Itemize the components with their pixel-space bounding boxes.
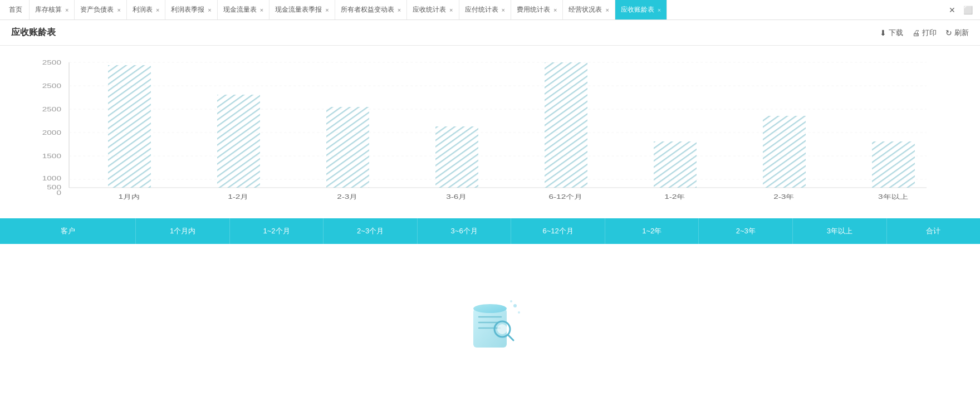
tab-window-controls: ✕ ⬜: [945, 3, 978, 17]
tab-label: 利润表季报: [171, 5, 204, 14]
tab-home[interactable]: 首页: [2, 0, 30, 20]
col-1-2month: 1~2个月: [230, 218, 324, 244]
svg-text:6-12个月: 6-12个月: [548, 193, 582, 200]
svg-text:1500: 1500: [42, 153, 61, 159]
svg-point-32: [497, 324, 507, 334]
tab-ap-stats[interactable]: 应付统计表 ×: [459, 0, 511, 20]
svg-text:2500: 2500: [42, 106, 61, 113]
svg-text:1000: 1000: [42, 175, 61, 182]
tab-label: 资产负债表: [80, 5, 114, 14]
tab-label: 经营状况表: [569, 5, 602, 14]
close-icon[interactable]: ×: [502, 7, 505, 13]
tab-label: 应收账龄表: [621, 5, 654, 14]
tab-operations[interactable]: 经营状况表 ×: [563, 0, 615, 20]
col-1month: 1个月内: [136, 218, 230, 244]
close-icon[interactable]: ×: [398, 7, 401, 13]
col-1-2year: 1~2年: [605, 218, 699, 244]
bar-3年以上: [872, 141, 915, 188]
download-button[interactable]: ⬇ 下载: [880, 28, 903, 38]
bar-3-6月: [435, 126, 478, 188]
close-icon[interactable]: ×: [260, 7, 263, 13]
svg-text:1-2年: 1-2年: [664, 193, 685, 200]
tab-label: 费用统计表: [517, 5, 550, 14]
col-3-6month: 3~6个月: [418, 218, 512, 244]
svg-text:0: 0: [56, 189, 61, 196]
svg-text:2500: 2500: [42, 59, 61, 66]
tab-cashflow[interactable]: 现金流量表 ×: [218, 0, 270, 20]
col-customer: 客户: [0, 218, 136, 244]
svg-text:3-6月: 3-6月: [446, 193, 467, 200]
page-header: 应收账龄表 ⬇ 下载 🖨 打印 ↻ 刷新: [0, 20, 980, 46]
close-icon[interactable]: ×: [449, 7, 453, 13]
bar-6-12月: [545, 62, 587, 188]
svg-point-35: [518, 311, 520, 314]
tab-bar: 首页 库存核算 × 资产负债表 × 利润表 × 利润表季报 × 现金流量表 × …: [0, 0, 980, 20]
tab-inventory[interactable]: 库存核算 ×: [30, 0, 75, 20]
bar-chart: 2500 2500 2500 2000 1500 1000 500 0: [22, 57, 958, 213]
svg-point-27: [473, 304, 507, 313]
print-button[interactable]: 🖨 打印: [912, 28, 937, 38]
empty-state: [0, 244, 980, 401]
close-icon[interactable]: ×: [553, 7, 557, 13]
col-3year-plus: 3年以上: [793, 218, 887, 244]
refresh-icon: ↻: [945, 28, 952, 37]
maximize-window-button[interactable]: ⬜: [961, 3, 974, 17]
tab-label: 现金流量表: [223, 5, 257, 14]
close-window-button[interactable]: ✕: [945, 3, 959, 17]
bar-1-2年: [654, 141, 697, 188]
tab-cashflow-quarterly[interactable]: 现金流量表季报 ×: [270, 0, 335, 20]
empty-state-icon: [457, 289, 523, 356]
close-icon[interactable]: ×: [208, 7, 211, 13]
close-icon[interactable]: ×: [658, 7, 661, 13]
svg-text:2-3年: 2-3年: [773, 193, 794, 200]
refresh-label: 刷新: [954, 28, 969, 38]
chart-area: 2500 2500 2500 2000 1500 1000 500 0: [0, 46, 980, 218]
svg-text:1-2月: 1-2月: [228, 193, 248, 200]
svg-line-33: [508, 335, 513, 340]
close-icon[interactable]: ×: [156, 7, 159, 13]
svg-text:2500: 2500: [42, 82, 61, 89]
col-2-3year: 2~3年: [699, 218, 793, 244]
refresh-button[interactable]: ↻ 刷新: [945, 28, 969, 38]
tab-label: 利润表: [133, 5, 153, 14]
bar-2-3月: [326, 107, 369, 188]
header-actions: ⬇ 下载 🖨 打印 ↻ 刷新: [880, 28, 969, 38]
svg-text:2-3月: 2-3月: [337, 193, 357, 200]
tab-label: 库存核算: [35, 5, 62, 14]
col-2-3month: 2~3个月: [324, 218, 418, 244]
bar-2-3年: [763, 116, 806, 188]
download-icon: ⬇: [880, 28, 886, 37]
tab-expense-stats[interactable]: 费用统计表 ×: [511, 0, 563, 20]
tab-label: 所有者权益变动表: [341, 5, 394, 14]
main-content: 2500 2500 2500 2000 1500 1000 500 0: [0, 46, 980, 401]
chart-container: 2500 2500 2500 2000 1500 1000 500 0: [22, 57, 958, 213]
download-label: 下载: [889, 28, 903, 38]
tab-ar-stats[interactable]: 应收统计表 ×: [407, 0, 459, 20]
print-icon: 🖨: [912, 28, 920, 37]
bar-1月内: [108, 65, 151, 188]
tab-label: 现金流量表季报: [275, 5, 322, 14]
bar-1-2月: [217, 95, 260, 188]
page-title: 应收账龄表: [11, 27, 56, 38]
tab-ar-aging[interactable]: 应收账龄表 ×: [615, 0, 667, 20]
tab-profit-quarterly[interactable]: 利润表季报 ×: [165, 0, 217, 20]
svg-text:3年以上: 3年以上: [878, 193, 908, 200]
tab-label: 应收统计表: [413, 5, 446, 14]
tab-profit[interactable]: 利润表 ×: [127, 0, 165, 20]
tab-balance[interactable]: 资产负债表 ×: [75, 0, 126, 20]
close-icon[interactable]: ×: [605, 7, 609, 13]
tab-label: 应付统计表: [465, 5, 498, 14]
close-icon[interactable]: ×: [65, 7, 68, 13]
svg-text:2000: 2000: [42, 129, 61, 136]
table-header: 客户 1个月内 1~2个月 2~3个月 3~6个月 6~12个月 1~2年 2~…: [0, 218, 980, 244]
close-icon[interactable]: ×: [325, 7, 329, 13]
svg-point-34: [513, 304, 517, 307]
tab-home-label: 首页: [9, 5, 22, 14]
svg-point-36: [510, 300, 512, 302]
col-total: 合计: [887, 218, 980, 244]
col-6-12month: 6~12个月: [511, 218, 605, 244]
close-icon[interactable]: ×: [117, 7, 120, 13]
svg-text:1月内: 1月内: [119, 193, 140, 200]
tab-equity[interactable]: 所有者权益变动表 ×: [335, 0, 407, 20]
print-label: 打印: [922, 28, 937, 38]
